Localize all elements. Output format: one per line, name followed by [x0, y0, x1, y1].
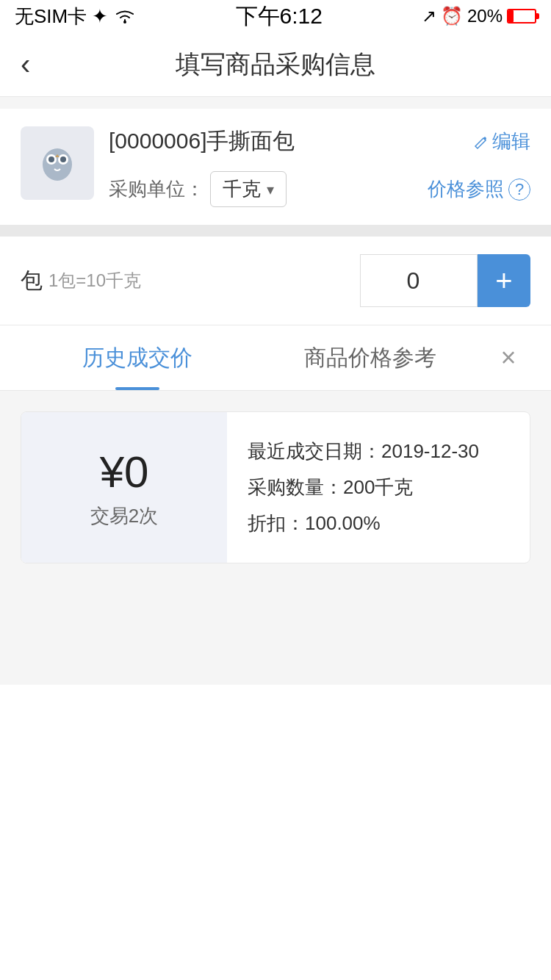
tabs: 历史成交价 商品价格参考 ×: [21, 325, 530, 390]
recent-date-label: 最近成交日期：: [248, 440, 381, 462]
battery-icon: [507, 9, 536, 24]
recent-date-value: 2019-12-30: [381, 440, 479, 462]
discount-value: 100.00%: [305, 512, 381, 534]
edit-button[interactable]: 编辑: [473, 129, 530, 154]
product-card: [0000006]手撕面包 编辑 采购单位： 千克 ▾: [0, 109, 551, 225]
price-left: ¥0 交易2次: [21, 412, 227, 563]
bottom-space: [0, 685, 551, 980]
tab-history[interactable]: 历史成交价: [21, 325, 253, 390]
unit-value: 千克: [223, 176, 261, 202]
help-label: ?: [515, 180, 524, 199]
quantity-plus-button[interactable]: +: [478, 254, 530, 307]
price-amount: ¥0: [100, 447, 149, 497]
product-name: [0000006]手撕面包: [109, 126, 295, 156]
section-divider: [0, 225, 551, 237]
status-bar: 无SIM卡 ✦ 下午6:12 ↗ ⏰ 20%: [0, 0, 551, 32]
quantity-unit: 包: [21, 266, 43, 296]
wifi-icon: [114, 8, 136, 24]
quantity-conversion: 1包=10千克: [48, 269, 141, 292]
dropdown-arrow-icon: ▾: [267, 181, 274, 198]
product-info: [0000006]手撕面包 编辑 采购单位： 千克 ▾: [109, 126, 530, 207]
svg-point-4: [48, 156, 54, 162]
tab-active-indicator: [115, 387, 159, 390]
purchase-qty-value: 200千克: [343, 476, 413, 498]
edit-icon: [473, 134, 489, 150]
help-icon: ?: [508, 179, 530, 201]
battery-percent: 20%: [467, 6, 503, 26]
content-area: ¥0 交易2次 最近成交日期：2019-12-30 采购数量：200千克 折扣：…: [0, 391, 551, 685]
svg-point-5: [60, 156, 66, 162]
purchase-qty-row: 采购数量：200千克: [248, 475, 509, 500]
product-logo: [35, 141, 79, 185]
price-card: ¥0 交易2次 最近成交日期：2019-12-30 采购数量：200千克 折扣：…: [21, 411, 530, 563]
recent-date-row: 最近成交日期：2019-12-30: [248, 439, 509, 464]
price-number: 0: [124, 447, 148, 497]
product-thumbnail: [21, 126, 94, 200]
back-button[interactable]: ‹: [21, 48, 30, 81]
discount-label: 折扣：: [248, 512, 305, 534]
status-left: 无SIM卡 ✦: [15, 4, 136, 29]
tab-close-button[interactable]: ×: [486, 336, 530, 380]
product-title-row: [0000006]手撕面包 编辑: [109, 126, 530, 156]
quantity-input[interactable]: [360, 254, 478, 307]
page-title: 填写商品采购信息: [176, 48, 375, 82]
status-right: ↗ ⏰ 20%: [422, 6, 536, 26]
nav-bar: ‹ 填写商品采购信息: [0, 32, 551, 97]
currency-symbol: ¥: [100, 447, 124, 497]
carrier-text: 无SIM卡 ✦: [15, 4, 108, 29]
quantity-control: +: [360, 254, 530, 307]
tab-area: 历史成交价 商品价格参考 ×: [0, 325, 551, 391]
quantity-label: 包 1包=10千克: [21, 266, 141, 296]
unit-select[interactable]: 千克 ▾: [210, 171, 287, 207]
trade-times: 交易2次: [90, 503, 158, 529]
discount-row: 折扣：100.00%: [248, 511, 509, 536]
price-ref-label: 价格参照: [428, 176, 504, 202]
edit-label: 编辑: [492, 129, 530, 154]
alarm-icon: ⏰: [441, 6, 463, 26]
svg-point-0: [123, 21, 126, 24]
purchase-qty-label: 采购数量：: [248, 476, 343, 498]
quantity-row: 包 1包=10千克 +: [0, 237, 551, 325]
price-right: 最近成交日期：2019-12-30 采购数量：200千克 折扣：100.00%: [227, 412, 530, 563]
tab-reference-label: 商品价格参考: [304, 343, 436, 373]
svg-point-1: [43, 148, 72, 181]
price-ref-button[interactable]: 价格参照 ?: [428, 176, 530, 202]
product-header: [0000006]手撕面包 编辑 采购单位： 千克 ▾: [21, 126, 530, 207]
time-display: 下午6:12: [236, 1, 323, 32]
location-icon: ↗: [422, 6, 436, 26]
tab-history-label: 历史成交价: [82, 343, 192, 373]
unit-label: 采购单位：: [109, 176, 204, 202]
tab-reference[interactable]: 商品价格参考: [253, 325, 486, 390]
product-unit-row: 采购单位： 千克 ▾ 价格参照 ?: [109, 171, 530, 207]
